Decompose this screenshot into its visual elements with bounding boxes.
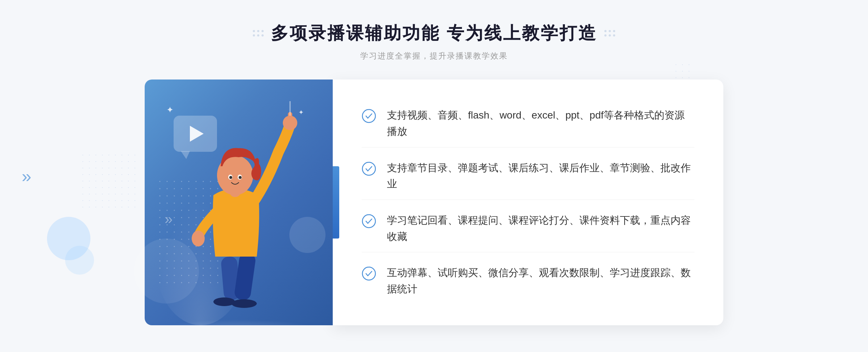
- svg-point-6: [231, 299, 257, 308]
- left-arrow-decoration: »: [22, 166, 31, 186]
- page-title: 多项录播课辅助功能 专为线上教学打造: [271, 22, 597, 45]
- check-icon-1: [362, 109, 376, 123]
- page-subtitle: 学习进度全掌握，提升录播课教学效果: [253, 51, 615, 61]
- feature-item-1: 支持视频、音频、flash、word、excel、ppt、pdf等各种格式的资源…: [362, 100, 694, 147]
- svg-point-15: [239, 176, 242, 179]
- feature-item-2: 支持章节目录、弹题考试、课后练习、课后作业、章节测验、批改作业: [362, 153, 694, 200]
- svg-point-21: [362, 267, 375, 280]
- person-illustration: »: [145, 80, 333, 325]
- feature-text-1: 支持视频、音频、flash、word、excel、ppt、pdf等各种格式的资源…: [387, 107, 694, 140]
- svg-point-5: [213, 297, 235, 306]
- dot-pattern-left: [80, 152, 137, 210]
- svg-point-2: [166, 311, 311, 325]
- svg-point-18: [362, 110, 375, 123]
- title-row: 多项录播课辅助功能 专为线上教学打造: [253, 22, 615, 45]
- check-icon-3: [362, 214, 376, 228]
- illustration-card: ✦ ✦: [145, 80, 333, 325]
- dots-left: [253, 30, 264, 37]
- vertical-bar: [333, 166, 339, 239]
- check-icon-4: [362, 266, 376, 281]
- page-wrapper: » 多项录播课辅助功能 专为线上教学打造 学习进度全掌握，提升录播课教学效果 ✦…: [0, 0, 868, 352]
- svg-point-20: [362, 215, 375, 228]
- feature-item-3: 学习笔记回看、课程提问、课程评论打分、课件资料下载，重点内容收藏: [362, 205, 694, 253]
- svg-rect-4: [234, 252, 256, 301]
- svg-text:»: »: [165, 211, 173, 227]
- features-panel: 支持视频、音频、flash、word、excel、ppt、pdf等各种格式的资源…: [333, 80, 723, 325]
- feature-text-2: 支持章节目录、弹题考试、课后练习、课后作业、章节测验、批改作业: [387, 160, 694, 193]
- check-icon-2: [362, 162, 376, 176]
- main-content: ✦ ✦: [145, 80, 723, 325]
- page-header: 多项录播课辅助功能 专为线上教学打造 学习进度全掌握，提升录播课教学效果: [253, 0, 615, 69]
- svg-point-14: [229, 176, 232, 179]
- feature-text-4: 互动弹幕、试听购买、微信分享、观看次数限制、学习进度跟踪、数据统计: [387, 265, 694, 297]
- dots-right: [604, 30, 615, 37]
- feature-text-3: 学习笔记回看、课程提问、课程评论打分、课件资料下载，重点内容收藏: [387, 213, 694, 245]
- svg-point-19: [362, 162, 375, 175]
- deco-circle-outer-2: [65, 246, 94, 275]
- svg-point-9: [192, 231, 205, 246]
- feature-item-4: 互动弹幕、试听购买、微信分享、观看次数限制、学习进度跟踪、数据统计: [362, 258, 694, 305]
